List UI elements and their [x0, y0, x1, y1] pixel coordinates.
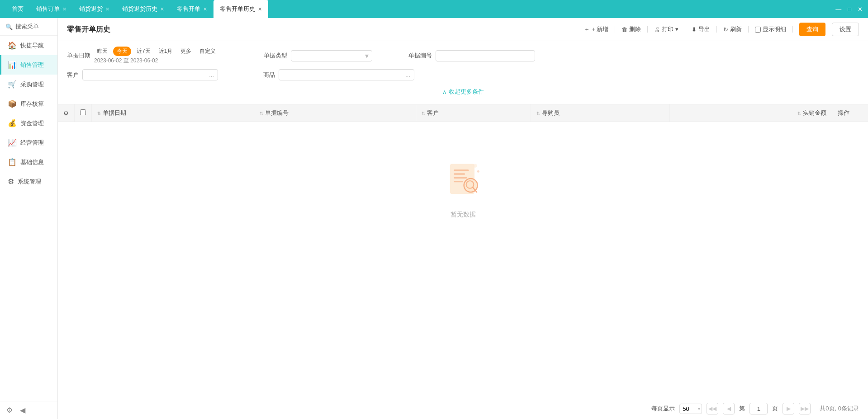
close-tab-retail-order-history[interactable]: ✕: [258, 6, 262, 12]
add-icon: ＋: [584, 25, 590, 33]
sidebar-item-finance[interactable]: 💰 资金管理: [0, 113, 57, 133]
goods-label: 商品: [263, 71, 275, 79]
tab-retail-order[interactable]: 零售开单 ✕: [171, 0, 213, 18]
date-btn-custom[interactable]: 自定义: [197, 47, 218, 56]
page-text-2: 页: [772, 405, 778, 413]
th-salesperson: 导购员: [531, 104, 669, 122]
page-header: 零售开单历史 ＋ + 新增 🗑 删除 🖨 打印 ▾ ⬇: [58, 18, 868, 41]
close-btn-window[interactable]: ✕: [858, 6, 863, 13]
date-label: 单据日期: [67, 52, 90, 60]
divider-2: [647, 26, 648, 33]
content-area: 零售开单历史 ＋ + 新增 🗑 删除 🖨 打印 ▾ ⬇: [58, 18, 868, 419]
sidebar-item-purchase[interactable]: 🛒 采购管理: [0, 75, 57, 94]
purchase-icon: 🛒: [8, 80, 17, 89]
collapse-chevron-icon: ∧: [442, 89, 447, 95]
filter-bill-number: 单据编号: [408, 50, 535, 61]
delete-button[interactable]: 🗑 删除: [621, 25, 641, 33]
date-btn-today[interactable]: 今天: [113, 47, 131, 56]
close-tab-sales-return[interactable]: ✕: [105, 6, 109, 12]
sidebar-item-home[interactable]: 🏠 快捷导航: [0, 36, 57, 55]
minimize-btn[interactable]: —: [835, 6, 841, 13]
sales-icon: 📊: [8, 61, 17, 69]
th-action: 操作: [832, 104, 868, 122]
tab-home[interactable]: 首页: [5, 0, 30, 18]
empty-state: 暂无数据: [58, 122, 868, 255]
sidebar-search[interactable]: 🔍 搜索采单: [0, 18, 57, 36]
number-input[interactable]: [436, 50, 535, 61]
th-amount: 实销金额: [669, 104, 832, 122]
sidebar: 🔍 搜索采单 🏠 快捷导航 📊 销售管理 🛒 采购管理 📦 库存核算 💰: [0, 18, 58, 419]
sort-salesperson[interactable]: 导购员: [536, 109, 664, 117]
next-page-btn[interactable]: ▶: [783, 403, 794, 414]
date-btn-more[interactable]: 更多: [178, 47, 194, 56]
divider-1: [615, 26, 615, 33]
first-page-btn[interactable]: ◀◀: [707, 403, 718, 414]
system-icon: ⚙: [8, 177, 14, 186]
table-body: 暂无数据: [58, 122, 868, 255]
sort-date[interactable]: 单据日期: [97, 109, 248, 117]
print-button[interactable]: 🖨 打印 ▾: [654, 25, 678, 33]
settings-button[interactable]: 设置: [832, 23, 859, 36]
type-select[interactable]: [291, 50, 372, 61]
sidebar-item-management[interactable]: 📈 经营管理: [0, 133, 57, 152]
empty-row: 暂无数据: [58, 122, 868, 255]
filter-bill-type: 单据类型: [264, 50, 372, 61]
select-all-checkbox[interactable]: [80, 109, 86, 115]
sidebar-item-basic-info[interactable]: 📋 基础信息: [0, 152, 57, 172]
svg-point-8: [473, 164, 477, 168]
sidebar-item-label: 经营管理: [20, 139, 44, 147]
sidebar-menu: 🏠 快捷导航 📊 销售管理 🛒 采购管理 📦 库存核算 💰 资金管理 📈: [0, 36, 57, 401]
export-button[interactable]: ⬇ 导出: [692, 25, 710, 33]
last-page-btn[interactable]: ▶▶: [799, 403, 811, 414]
maximize-btn[interactable]: □: [848, 6, 851, 13]
data-table: ⚙ 单据日期 单据编号: [58, 104, 868, 255]
date-range-display: 2023-06-02 至 2023-06-02: [94, 57, 218, 65]
add-button[interactable]: ＋ + 新增: [584, 25, 608, 33]
sidebar-item-sales[interactable]: 📊 销售管理: [0, 55, 57, 75]
sort-customer[interactable]: 客户: [422, 109, 525, 117]
sidebar-settings-btn[interactable]: ⚙: [6, 406, 13, 414]
date-btn-1month[interactable]: 近1月: [156, 47, 175, 56]
sidebar-item-system[interactable]: ⚙ 系统管理: [0, 172, 57, 191]
sort-number[interactable]: 单据编号: [260, 109, 411, 117]
collapse-more-btn[interactable]: ∧ 收起更多条件: [67, 85, 859, 99]
tab-sales-return[interactable]: 销货退货 ✕: [73, 0, 116, 18]
divider-4: [716, 26, 717, 33]
table-area: ⚙ 单据日期 单据编号: [58, 104, 868, 398]
tab-sales-order[interactable]: 销售订单 ✕: [30, 0, 73, 18]
page-text: 第: [739, 405, 745, 413]
goods-input[interactable]: ...: [279, 69, 414, 80]
date-btn-yesterday[interactable]: 昨天: [94, 47, 110, 56]
settings-icon[interactable]: ⚙: [63, 110, 69, 117]
close-tab-sales-return-history[interactable]: ✕: [160, 6, 164, 12]
sort-amount[interactable]: 实销金额: [675, 109, 826, 117]
date-btn-7days[interactable]: 近7天: [134, 47, 153, 56]
tab-retail-order-history[interactable]: 零售开单历史 ✕: [213, 0, 268, 18]
print-icon: 🖨: [654, 26, 660, 33]
customer-input[interactable]: ...: [82, 69, 218, 80]
th-customer: 客户: [416, 104, 531, 122]
export-icon: ⬇: [692, 26, 697, 33]
management-icon: 📈: [8, 138, 17, 147]
display-detail-toggle[interactable]: 显示明细: [755, 25, 786, 33]
display-detail-checkbox[interactable]: [755, 27, 761, 33]
sidebar-item-label: 系统管理: [18, 178, 41, 186]
customer-dots-icon: ...: [209, 71, 214, 78]
sidebar-item-label: 库存核算: [20, 100, 44, 108]
prev-page-btn[interactable]: ◀: [723, 403, 735, 414]
close-tab-sales-order[interactable]: ✕: [62, 6, 66, 12]
tab-sales-return-history[interactable]: 销货退货历史 ✕: [116, 0, 171, 18]
sidebar-collapse-btn[interactable]: ◀: [20, 406, 25, 414]
sidebar-item-inventory[interactable]: 📦 库存核算: [0, 94, 57, 113]
page-number-input[interactable]: [749, 403, 768, 414]
page-size-select[interactable]: 10 20 50 100: [679, 404, 702, 414]
th-date: 单据日期: [92, 104, 254, 122]
refresh-button[interactable]: ↻ 刷新: [723, 25, 742, 33]
empty-text: 暂无数据: [451, 211, 476, 219]
filter-row-2: 客户 ... 商品 ...: [67, 69, 859, 80]
query-button[interactable]: 查询: [799, 23, 825, 36]
filter-row-1: 单据日期 昨天 今天 近7天 近1月 更多 自定义 2023-06-02 至 2…: [67, 47, 859, 65]
divider-6: [792, 26, 793, 33]
inventory-icon: 📦: [8, 99, 17, 108]
close-tab-retail-order[interactable]: ✕: [203, 6, 207, 12]
